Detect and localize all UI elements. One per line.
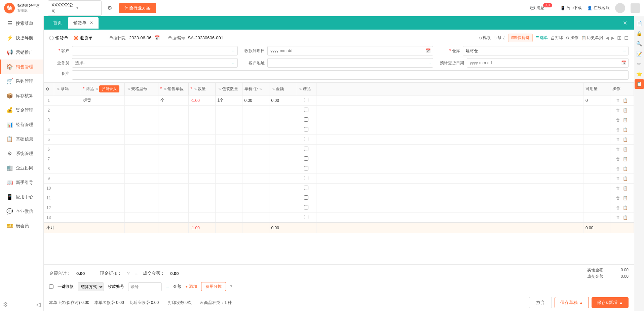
cell-price[interactable]: [242, 213, 269, 223]
delete-row-icon[interactable]: 🗑: [616, 196, 620, 200]
sidebar-item-newbie[interactable]: 📖 新手引导: [0, 175, 43, 190]
gift-checkbox[interactable]: [304, 127, 308, 131]
add-btn[interactable]: ● 添加: [185, 284, 197, 289]
customer-text-input[interactable]: [75, 48, 235, 53]
gift-checkbox[interactable]: [304, 176, 308, 180]
cell-gift[interactable]: [296, 184, 316, 193]
cell-amount[interactable]: [269, 106, 296, 115]
cell-spec[interactable]: [124, 125, 158, 135]
warehouse-input[interactable]: 建材仓 ···: [463, 46, 629, 55]
cell-spec[interactable]: [124, 106, 158, 115]
cell-gift[interactable]: [296, 174, 316, 184]
cell-price[interactable]: [242, 106, 269, 115]
copy-row-icon[interactable]: 📋: [623, 108, 628, 113]
cell-pack-qty[interactable]: [215, 145, 242, 154]
cell-amount[interactable]: [269, 135, 296, 145]
cell-barcode[interactable]: [54, 174, 81, 184]
cell-product[interactable]: [81, 106, 124, 115]
cell-barcode[interactable]: [54, 115, 81, 125]
cell-pack-qty[interactable]: [215, 184, 242, 193]
cell-product[interactable]: [81, 184, 124, 193]
customer-dots-icon[interactable]: ···: [232, 48, 235, 53]
gift-checkbox[interactable]: [304, 147, 308, 151]
sidebar-item-basics[interactable]: 📋 基础信息: [0, 132, 43, 146]
gift-checkbox[interactable]: [304, 156, 308, 161]
cell-pack-qty[interactable]: [215, 115, 242, 125]
messages-action[interactable]: 💬 消息 99+: [530, 5, 555, 11]
user-menu[interactable]: [631, 3, 640, 13]
abandon-button[interactable]: 放弃: [529, 297, 552, 308]
sidebar-item-purchase[interactable]: 🛒 采购管理: [0, 74, 43, 88]
cell-product[interactable]: [81, 145, 124, 154]
cell-gift[interactable]: [296, 164, 316, 174]
radio-sales[interactable]: 销货单: [49, 35, 68, 41]
delete-row-icon[interactable]: 🗑: [616, 137, 620, 142]
cell-product[interactable]: [81, 154, 124, 164]
right-icon-6[interactable]: ⭐: [635, 69, 644, 79]
cell-spec[interactable]: [124, 135, 158, 145]
radio-return[interactable]: 退货单: [74, 35, 93, 41]
fee-help-icon[interactable]: ?: [230, 284, 232, 289]
copy-row-icon[interactable]: 📋: [623, 98, 628, 103]
copy-row-icon[interactable]: 📋: [623, 118, 628, 122]
cell-gift[interactable]: [296, 193, 316, 203]
cell-product[interactable]: [81, 115, 124, 125]
action-shortcut[interactable]: ⌨ 快捷键: [508, 34, 533, 42]
gift-checkbox[interactable]: [304, 186, 308, 190]
sidebar-item-sales[interactable]: 🏠 销售管理: [0, 60, 43, 74]
cell-amount[interactable]: [269, 154, 296, 164]
cell-amount[interactable]: [269, 125, 296, 135]
cell-unit[interactable]: [158, 154, 188, 164]
cell-pack-qty[interactable]: [215, 135, 242, 145]
cell-gift[interactable]: [296, 154, 316, 164]
cell-price[interactable]: 0.00: [242, 95, 269, 106]
delete-row-icon[interactable]: 🗑: [616, 147, 620, 152]
sidebar-item-enterprise[interactable]: 🏢 企业协同: [0, 161, 43, 175]
cell-pack-qty[interactable]: [215, 174, 242, 184]
cell-barcode[interactable]: [54, 154, 81, 164]
cell-unit[interactable]: [158, 213, 188, 223]
delete-row-icon[interactable]: 🗑: [616, 205, 620, 210]
cell-unit[interactable]: [158, 115, 188, 125]
discount-help-icon[interactable]: ?: [127, 271, 129, 276]
cell-spec[interactable]: [124, 203, 158, 213]
cell-gift[interactable]: [296, 115, 316, 125]
cell-amount[interactable]: [269, 164, 296, 174]
cell-unit[interactable]: [158, 106, 188, 115]
cell-spec[interactable]: [124, 213, 158, 223]
delete-row-icon[interactable]: 🗑: [616, 186, 620, 191]
gift-checkbox[interactable]: [304, 166, 308, 170]
cell-gift[interactable]: [296, 95, 316, 106]
tab-sales-order[interactable]: 销货单 ✕: [68, 17, 99, 29]
delivery-calendar-icon[interactable]: 📅: [621, 61, 626, 65]
delivery-date-input[interactable]: 📅: [467, 58, 629, 68]
right-icon-4[interactable]: 📝: [635, 49, 644, 59]
action-operate[interactable]: ⚙ 操作: [566, 35, 578, 41]
sidebar-item-inventory[interactable]: 📦 库存核算: [0, 88, 43, 103]
copy-row-icon[interactable]: 📋: [623, 127, 628, 132]
delete-row-icon[interactable]: 🗑: [616, 98, 620, 103]
cell-product[interactable]: [81, 213, 124, 223]
cell-product[interactable]: [81, 164, 124, 174]
cell-quantity[interactable]: [188, 184, 215, 193]
cell-quantity[interactable]: [188, 154, 215, 164]
copy-row-icon[interactable]: 📋: [623, 147, 628, 152]
cell-price[interactable]: [242, 145, 269, 154]
cell-amount[interactable]: [269, 213, 296, 223]
gift-checkbox[interactable]: [304, 205, 308, 209]
delete-row-icon[interactable]: 🗑: [616, 166, 620, 171]
cell-quantity[interactable]: [188, 213, 215, 223]
due-date-calendar-icon[interactable]: 📅: [426, 48, 431, 53]
gift-checkbox[interactable]: [304, 117, 308, 122]
cell-price[interactable]: [242, 203, 269, 213]
cell-quantity[interactable]: -1.00: [188, 95, 215, 106]
tab-home[interactable]: 首页: [48, 17, 67, 29]
cell-spec[interactable]: [124, 184, 158, 193]
dots-icon[interactable]: ···: [166, 284, 169, 289]
online-service-action[interactable]: 👤 在线客服: [587, 5, 610, 11]
copy-row-icon[interactable]: 📋: [623, 196, 628, 200]
gift-checkbox[interactable]: [304, 98, 308, 102]
cell-unit[interactable]: [158, 184, 188, 193]
save-draft-button[interactable]: 保存草稿 ▲: [555, 297, 589, 308]
one-click-payment-checkbox[interactable]: [49, 284, 53, 289]
